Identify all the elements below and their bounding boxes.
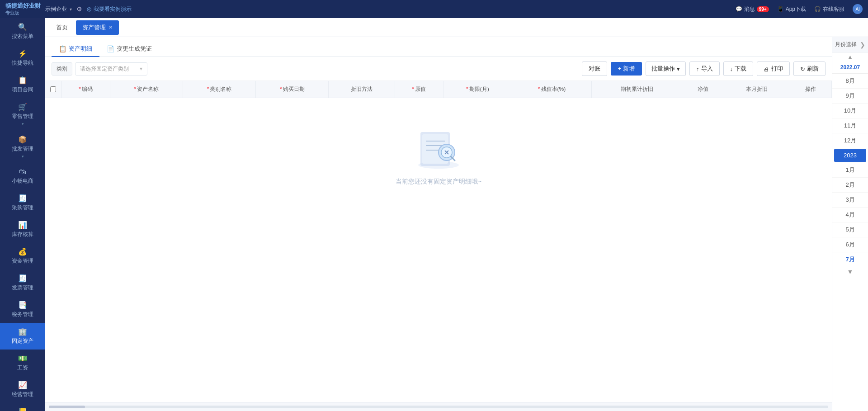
th-asset-name: *资产名称 [110,81,183,98]
th-accumulated-depreciation: 期初累计折旧 [592,81,682,98]
month-nav-down[interactable]: ▼ [832,267,868,276]
tab-change-voucher-label: 变更生成凭证 [117,45,152,53]
sidebar-item-13[interactable]: 📈 经营管理 [0,376,45,403]
toolbar-right: 对账 + 新增 批量操作 ▾ ↑ 导入 [582,61,826,76]
sidebar-label-6: 采购管理 [12,204,33,212]
company-selector[interactable]: 示例企业 ▾ [45,5,72,13]
tab-change-voucher[interactable]: 📄 变更生成凭证 [99,42,159,57]
sidebar: 🔍 搜索菜单 ⚡ 快捷导航 📋 项目合同 🛒 零售管理 ▾ 📦 批发管理 ▾ 🛍… [0,18,45,411]
empty-state: 当前您还没有固定资产明细哦~ [45,98,832,213]
app-brand: 畅捷通好业财 专业版 [5,2,41,16]
sidebar-arrow-icon-4: ▾ [22,154,24,159]
sidebar-label-13: 经营管理 [12,391,33,398]
headset-icon: 🎧 [814,6,821,12]
month-2023-5月[interactable]: 5月 [832,222,868,237]
doc-icon: 📄 [107,45,114,52]
sidebar-item-7[interactable]: 📊 库存核算 [0,216,45,243]
select-all-checkbox[interactable] [50,86,56,92]
month-2022-11月[interactable]: 11月 [832,118,868,133]
message-count-badge: 99+ [757,6,769,12]
sidebar-item-12[interactable]: 💵 工资 [0,350,45,376]
th-residual-rate: *残值率(%) [512,81,591,98]
chevron-down-icon: ▾ [70,7,72,12]
print-label: 打印 [771,65,783,73]
sidebar-item-0[interactable]: 🔍 搜索菜单 [0,18,45,45]
month-2023-2月[interactable]: 2月 [832,178,868,193]
print-icon: 🖨 [764,66,769,72]
tab-close-icon[interactable]: ✕ [108,24,113,30]
tab-home[interactable]: 首页 [50,20,74,35]
tab-asset-label: 资产管理 [82,24,106,32]
th-code: *编码 [61,81,110,98]
app-download-button[interactable]: 📱 App下载 [777,5,806,13]
sidebar-icon-2: 📋 [18,76,27,85]
month-2023-4月[interactable]: 4月 [832,208,868,222]
refresh-label: 刷新 [807,65,819,73]
sidebar-item-3[interactable]: 🛒 零售管理 ▾ [0,98,45,131]
online-support-button[interactable]: 🎧 在线客服 [814,5,844,13]
demo-link[interactable]: ◎ 我要看实例演示 [87,5,132,13]
sidebar-item-9[interactable]: 🧾 发票管理 [0,269,45,296]
sidebar-icon-0: 🔍 [18,23,27,31]
sidebar-arrow-icon-3: ▾ [22,122,24,126]
scroll-track[interactable] [49,406,828,408]
scroll-thumb[interactable] [49,406,85,408]
refresh-icon: ↻ [800,66,805,72]
main-panel: 📋 资产明细 📄 变更生成凭证 类别 请选择固定资产类别 [45,37,832,411]
add-label: + 新增 [618,65,635,73]
sidebar-item-4[interactable]: 📦 批发管理 ▾ [0,131,45,163]
sidebar-icon-10: 📑 [18,301,27,309]
month-2023-7月[interactable]: 7月 [832,252,868,267]
asset-table: *编码 *资产名称 *类别名称 *购买日期 折旧方法 *原值 *期限(月) *残… [45,81,832,98]
sidebar-icon-6: 🧾 [18,194,27,203]
import-button[interactable]: ↑ 导入 [689,61,720,76]
message-button[interactable]: 💬 消息 99+ [736,5,769,13]
print-button[interactable]: 🖨 打印 [757,61,790,76]
top-bar: 畅捷通好业财 专业版 示例企业 ▾ ⚙ ◎ 我要看实例演示 💬 消息 99+ 📱… [0,0,868,18]
month-2023-6月[interactable]: 6月 [832,237,868,252]
avatar[interactable]: Ai [853,4,863,14]
settings-icon[interactable]: ⚙ [76,5,82,13]
sidebar-icon-11: 🏢 [18,327,27,336]
month-2022-12月[interactable]: 12月 [832,133,868,148]
month-2022-9月[interactable]: 9月 [832,89,868,104]
sidebar-item-8[interactable]: 💰 资金管理 [0,243,45,269]
month-panel-collapse-btn[interactable]: ❯ [860,41,865,48]
batch-button[interactable]: 批量操作 ▾ [646,61,686,76]
month-2023-1月[interactable]: 1月 [832,163,868,178]
sidebar-icon-3: 🛒 [18,103,27,111]
sidebar-item-11[interactable]: 🏢 固定资产 [0,323,45,350]
sidebar-label-12: 工资 [17,364,28,372]
sidebar-item-6[interactable]: 🧾 采购管理 [0,189,45,216]
tab-asset-detail[interactable]: 📋 资产明细 [52,42,99,57]
month-nav-up-btn[interactable]: ▲ [847,53,854,61]
month-panel-header: 月份选择 ❯ [832,37,868,52]
tab-asset-detail-label: 资产明细 [69,45,92,53]
year-2023-badge[interactable]: 2023 [834,149,866,162]
sidebar-label-8: 资金管理 [12,257,33,265]
month-nav-down-btn[interactable]: ▼ [847,268,854,275]
sidebar-item-10[interactable]: 📑 税务管理 [0,296,45,323]
sidebar-item-5[interactable]: 🛍 小畅电商 [0,163,45,189]
sidebar-label-5: 小畅电商 [12,177,33,185]
refresh-button[interactable]: ↻ 刷新 [793,61,826,76]
reconcile-button[interactable]: 对账 [582,61,607,76]
sidebar-icon-13: 📈 [18,381,27,389]
sidebar-icon-5: 🛍 [19,168,26,176]
month-2022-8月[interactable]: 8月 [832,74,868,89]
sidebar-item-2[interactable]: 📋 项目合同 [0,71,45,98]
month-nav-up[interactable]: ▲ [832,52,868,61]
tab-asset-management[interactable]: 资产管理 ✕ [76,20,119,35]
th-depreciation-method: 折旧方法 [329,81,395,98]
sidebar-item-14[interactable]: 📒 总账管理 [0,403,45,411]
add-button[interactable]: + 新增 [611,62,642,76]
download-button[interactable]: ↓ 下载 [723,61,754,76]
month-2022-10月[interactable]: 10月 [832,104,868,118]
category-select[interactable]: 请选择固定资产类别 ▾ [75,62,147,76]
category-placeholder: 请选择固定资产类别 [80,65,129,73]
sidebar-icon-14: 📒 [18,407,27,411]
sidebar-label-2: 项目合同 [12,86,33,94]
current-year-label[interactable]: 2022.07 [832,61,868,74]
month-2023-3月[interactable]: 3月 [832,193,868,208]
sidebar-item-1[interactable]: ⚡ 快捷导航 [0,45,45,71]
